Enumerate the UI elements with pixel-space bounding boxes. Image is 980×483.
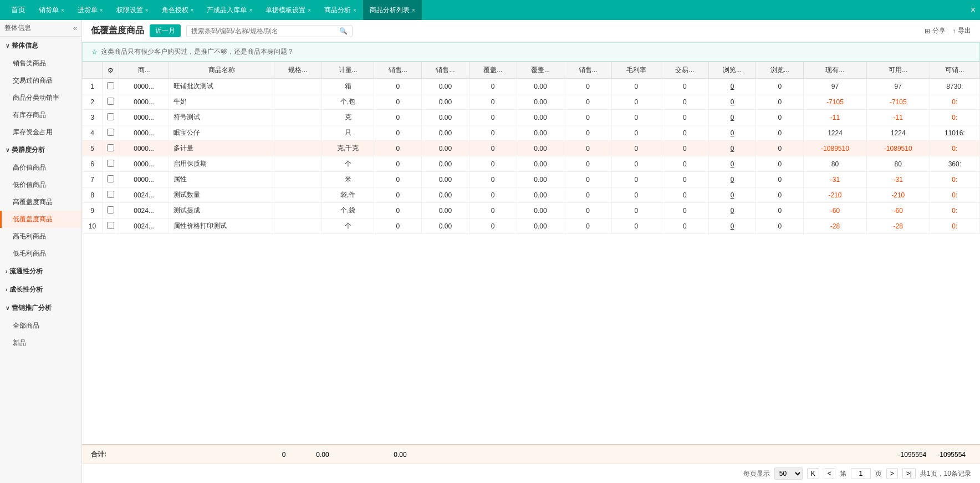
nav-permissions[interactable]: 权限设置 × xyxy=(110,0,155,20)
close-permissions-icon[interactable]: × xyxy=(145,7,149,13)
cell-view2: 0 xyxy=(756,172,804,187)
cell-code: 0000... xyxy=(119,79,169,94)
cell-sales-amt: 0.00 xyxy=(422,110,469,125)
cell-view1[interactable]: 0 xyxy=(708,172,756,187)
cell-spec xyxy=(274,94,322,110)
sidebar-section-cluster[interactable]: ∨ 类群度分析 xyxy=(0,141,81,159)
cell-check[interactable] xyxy=(103,141,119,156)
cell-trade: 0 xyxy=(661,125,708,141)
sidebar-item-traded-goods[interactable]: 交易过的商品 xyxy=(0,72,81,89)
cell-view1[interactable]: 0 xyxy=(708,79,756,94)
cell-view1[interactable]: 0 xyxy=(708,203,756,218)
sidebar-section-growth[interactable]: › 成长性分析 xyxy=(0,281,81,299)
chevron-down-icon: ∨ xyxy=(6,43,9,49)
nav-finished-goods[interactable]: 产成品入库单 × xyxy=(200,0,259,20)
search-icon[interactable]: 🔍 xyxy=(339,27,348,35)
table-row: 6 0000... 启用保质期 个 0 0.00 0 0.00 0 0 0 0 … xyxy=(83,156,980,172)
cell-check[interactable] xyxy=(103,125,119,141)
time-filter-button[interactable]: 近一月 xyxy=(150,24,181,37)
sidebar-item-high-coverage[interactable]: 高覆盖度商品 xyxy=(0,194,81,211)
sidebar-item-high-value[interactable]: 高价值商品 xyxy=(0,159,81,176)
content-area: 低覆盖度商品 近一月 🔍 ⊞ 分享 ↑ 导出 ☆ 这类商品只有很少客户购买过，是… xyxy=(82,20,980,483)
cell-view1[interactable]: 0 xyxy=(708,187,756,203)
search-input[interactable] xyxy=(191,27,337,35)
cell-index: 2 xyxy=(83,94,103,110)
nav-template-settings[interactable]: 单据模板设置 × xyxy=(259,0,318,20)
cell-check[interactable] xyxy=(103,203,119,218)
cell-index: 4 xyxy=(83,125,103,141)
cell-code: 0000... xyxy=(119,156,169,172)
cell-view1[interactable]: 0 xyxy=(708,110,756,125)
sidebar-section-overall[interactable]: ∨ 整体信息 xyxy=(0,37,81,55)
cell-cover1: 0 xyxy=(469,79,517,94)
cell-check[interactable] xyxy=(103,79,119,94)
table-row: 4 0000... 眠宝公仔 只 0 0.00 0 0.00 0 0 0 0 0… xyxy=(83,125,980,141)
cell-unit: 只 xyxy=(321,125,374,141)
nav-purchase-order[interactable]: 进货单 × xyxy=(71,0,110,20)
cell-available-stock: 80 xyxy=(866,156,930,172)
last-page-button[interactable]: >| xyxy=(902,468,916,479)
prev-page-button[interactable]: < xyxy=(824,468,835,479)
cell-check[interactable] xyxy=(103,156,119,172)
sidebar-section-circulation[interactable]: › 流通性分析 xyxy=(0,262,81,281)
cell-sales-qty: 0 xyxy=(374,79,422,94)
cell-view1[interactable]: 0 xyxy=(708,156,756,172)
cell-view1[interactable]: 0 xyxy=(708,94,756,110)
sidebar-item-all-goods[interactable]: 全部商品 xyxy=(0,317,81,334)
share-button[interactable]: ⊞ 分享 xyxy=(925,26,946,35)
sidebar-item-low-value[interactable]: 低价值商品 xyxy=(0,176,81,194)
cell-name: 测试数量 xyxy=(169,187,274,203)
nav-role-auth[interactable]: 角色授权 × xyxy=(155,0,201,20)
cell-sales-qty: 0 xyxy=(374,156,422,172)
next-page-button[interactable]: > xyxy=(886,468,898,479)
close-analysis-list-icon[interactable]: × xyxy=(412,7,415,13)
cell-view1[interactable]: 0 xyxy=(708,218,756,234)
sidebar-item-high-margin[interactable]: 高毛利商品 xyxy=(0,228,81,245)
sidebar-collapse-button[interactable]: « xyxy=(73,24,77,32)
nav-product-analysis-list[interactable]: 商品分析列表 × xyxy=(363,0,422,20)
cell-code: 0000... xyxy=(119,172,169,187)
sidebar-item-inventory-capital[interactable]: 库存资金占用 xyxy=(0,124,81,141)
cell-gross-margin: 0 xyxy=(611,125,661,141)
export-button[interactable]: ↑ 导出 xyxy=(952,26,971,35)
page-size-select[interactable]: 50 20 100 xyxy=(774,467,803,480)
close-template-icon[interactable]: × xyxy=(308,7,311,13)
cell-check[interactable] xyxy=(103,218,119,234)
col-header-check[interactable]: ⚙ xyxy=(103,62,119,79)
close-finished-goods-icon[interactable]: × xyxy=(249,7,252,13)
close-product-analysis-icon[interactable]: × xyxy=(353,7,356,13)
sidebar-item-low-margin[interactable]: 低毛利商品 xyxy=(0,245,81,262)
table-row: 1 0000... 旺铺批次测试 箱 0 0.00 0 0.00 0 0 0 0… xyxy=(83,79,980,94)
first-page-button[interactable]: K xyxy=(807,468,819,479)
cell-check[interactable] xyxy=(103,187,119,203)
close-role-auth-icon[interactable]: × xyxy=(191,7,194,13)
cell-check[interactable] xyxy=(103,172,119,187)
cell-view2: 0 xyxy=(756,203,804,218)
nav-home[interactable]: 首页 xyxy=(4,0,32,20)
sidebar-section-marketing[interactable]: ∨ 营销推广分析 xyxy=(0,299,81,317)
sidebar-item-new-goods[interactable]: 新品 xyxy=(0,334,81,352)
cell-sales3: 0 xyxy=(564,172,612,187)
cell-cover1: 0 xyxy=(469,203,517,218)
cell-check[interactable] xyxy=(103,110,119,125)
current-page-input[interactable] xyxy=(851,468,871,479)
share-icon: ⊞ xyxy=(925,27,930,35)
window-close-button[interactable]: × xyxy=(971,5,976,15)
cell-check[interactable] xyxy=(103,94,119,110)
settings-icon[interactable]: ⚙ xyxy=(108,67,114,74)
nav-product-analysis[interactable]: 商品分析 × xyxy=(318,0,363,20)
cell-index: 6 xyxy=(83,156,103,172)
sidebar-item-sales-goods[interactable]: 销售类商品 xyxy=(0,55,81,72)
close-purchase-order-icon[interactable]: × xyxy=(100,7,103,13)
sidebar-item-category-rate[interactable]: 商品分类动销率 xyxy=(0,89,81,106)
cell-view1[interactable]: 0 xyxy=(708,125,756,141)
cell-view1[interactable]: 0 xyxy=(708,141,756,156)
nav-sales-order[interactable]: 销货单 × xyxy=(32,0,71,20)
sidebar-item-low-coverage[interactable]: 低覆盖度商品 xyxy=(0,211,81,228)
sidebar-item-stocked-goods[interactable]: 有库存商品 xyxy=(0,106,81,124)
table-row: 5 0000... 多计量 克,千克 0 0.00 0 0.00 0 0 0 0… xyxy=(83,141,980,156)
close-sales-order-icon[interactable]: × xyxy=(61,7,64,13)
cell-sales-amt: 0.00 xyxy=(422,141,469,156)
cell-spec xyxy=(274,110,322,125)
chevron-right-icon-2: › xyxy=(6,287,7,293)
